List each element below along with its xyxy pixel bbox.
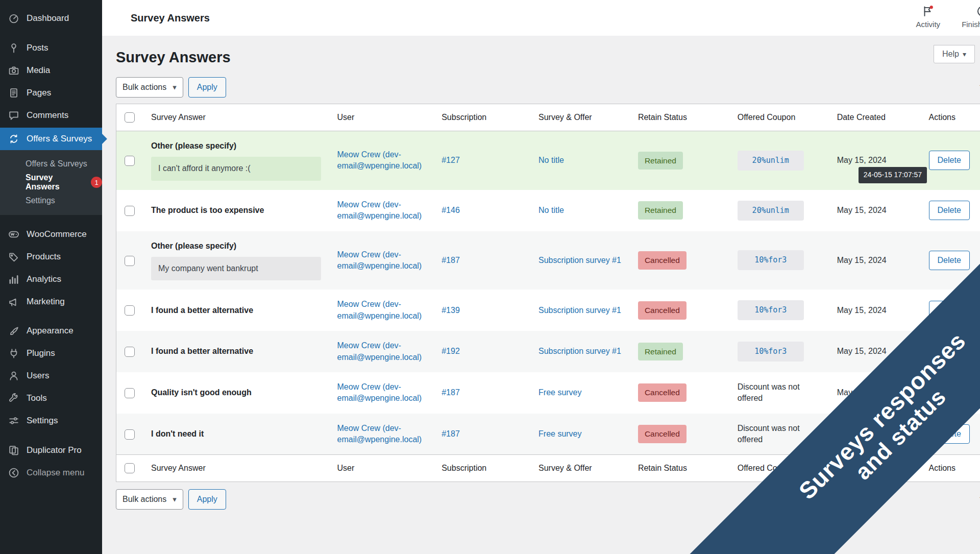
page-title: Survey Answers	[116, 36, 980, 66]
products-icon	[8, 251, 20, 263]
table-row: Other (please specify) My company went b…	[116, 231, 980, 290]
woocommerce-icon	[8, 228, 20, 240]
delete-button[interactable]: Delete	[929, 201, 970, 220]
bulk-actions-select[interactable]: Bulk actions	[116, 77, 183, 98]
subscription-link[interactable]: #187	[442, 388, 460, 397]
subscription-link[interactable]: #187	[442, 256, 460, 264]
media-icon	[8, 64, 20, 77]
sidebar-item-label: Offers & Surveys	[27, 134, 92, 144]
survey-answer-title: I found a better alternative	[151, 346, 321, 357]
retain-status-badge: Cancelled	[638, 383, 687, 402]
sidebar-item-pages[interactable]: Pages	[0, 82, 102, 104]
survey-offer-link[interactable]: Free survey	[538, 429, 581, 438]
subscription-link[interactable]: #192	[442, 347, 460, 355]
sidebar-item-products[interactable]: Products	[0, 246, 102, 268]
finish-setup-button[interactable]: Finish setup	[962, 5, 980, 29]
column-footer-actions: Actions	[921, 455, 980, 482]
row-checkbox[interactable]	[125, 206, 135, 216]
sidebar-item-marketing[interactable]: Marketing	[0, 291, 102, 313]
delete-button[interactable]: Delete	[929, 251, 970, 270]
user-link[interactable]: Meow Crew (dev-email@wpengine.local)	[337, 200, 422, 220]
sidebar-item-label: Tools	[27, 393, 47, 403]
row-checkbox[interactable]	[125, 256, 135, 266]
subscription-link[interactable]: #187	[442, 429, 460, 438]
submenu-item-offers-surveys[interactable]: Offers & Surveys	[0, 155, 102, 173]
help-tab[interactable]: Help	[934, 45, 975, 63]
sidebar-item-label: WooCommerce	[27, 229, 87, 239]
activity-label: Activity	[916, 20, 941, 29]
sidebar-item-duplicator-pro[interactable]: Duplicator Pro	[0, 439, 102, 462]
row-checkbox[interactable]	[125, 347, 135, 357]
user-link[interactable]: Meow Crew (dev-email@wpengine.local)	[337, 424, 422, 444]
bulk-actions-select[interactable]: Bulk actions	[116, 489, 183, 510]
survey-offer-link[interactable]: Free survey	[538, 388, 581, 397]
sidebar-item-offers-surveys[interactable]: Offers & Surveys	[0, 128, 102, 150]
row-checkbox[interactable]	[125, 388, 135, 398]
sidebar-item-comments[interactable]: Comments	[0, 104, 102, 127]
plugin-header-title: Survey Answers	[131, 12, 210, 24]
survey-offer-link[interactable]: Subscription survey #1	[538, 347, 621, 355]
select-all-checkbox[interactable]	[125, 112, 135, 123]
sidebar-item-label: Dashboard	[27, 13, 69, 23]
date-created: May 15, 2024	[837, 256, 887, 264]
apply-button[interactable]: Apply	[188, 77, 226, 98]
analytics-icon	[8, 273, 20, 285]
subscription-link[interactable]: #127	[442, 156, 460, 164]
sidebar-item-label: Pages	[27, 88, 51, 98]
column-footer-survey-offer: Survey & Offer	[530, 455, 630, 482]
sidebar-item-settings[interactable]: Settings	[0, 410, 102, 432]
sidebar-item-label: Analytics	[27, 274, 61, 284]
user-link[interactable]: Meow Crew (dev-email@wpengine.local)	[337, 341, 422, 361]
comments-icon	[8, 109, 20, 122]
sidebar-item-label: Products	[27, 252, 61, 262]
sidebar-item-users[interactable]: Users	[0, 365, 102, 387]
table-row: The product is too expensive Meow Crew (…	[116, 190, 980, 231]
survey-offer-link[interactable]: Subscription survey #1	[538, 256, 621, 264]
bulk-actions-label: Bulk actions	[122, 83, 166, 92]
user-link[interactable]: Meow Crew (dev-email@wpengine.local)	[337, 382, 422, 402]
apply-button[interactable]: Apply	[188, 489, 226, 510]
retain-status-badge: Retained	[638, 152, 683, 170]
column-header-offered-coupon: Offered Coupon	[729, 104, 829, 131]
row-checkbox[interactable]	[125, 305, 135, 316]
user-link[interactable]: Meow Crew (dev-email@wpengine.local)	[337, 300, 422, 320]
submenu-item-label: Offers & Surveys	[26, 159, 87, 168]
column-header-survey-offer: Survey & Offer	[530, 104, 630, 131]
tools-icon	[8, 392, 20, 404]
collapse-menu-button[interactable]: Collapse menu	[0, 462, 102, 484]
sidebar-item-media[interactable]: Media	[0, 59, 102, 82]
users-icon	[8, 370, 20, 382]
select-all-checkbox[interactable]	[125, 463, 135, 473]
sidebar-item-dashboard[interactable]: Dashboard	[0, 7, 102, 30]
activity-button[interactable]: Activity	[916, 5, 941, 29]
submenu-item-settings[interactable]: Settings	[0, 191, 102, 210]
submenu-item-survey-answers[interactable]: Survey Answers 1	[0, 173, 102, 191]
sidebar-item-appearance[interactable]: Appearance	[0, 320, 102, 342]
sidebar-item-tools[interactable]: Tools	[0, 387, 102, 410]
sidebar-item-posts[interactable]: Posts	[0, 37, 102, 59]
subscription-link[interactable]: #139	[442, 306, 460, 315]
sidebar-item-label: Appearance	[27, 326, 74, 336]
survey-offer-link[interactable]: Subscription survey #1	[538, 306, 621, 315]
sidebar-item-woocommerce[interactable]: WooCommerce	[0, 223, 102, 246]
retain-status-badge: Cancelled	[638, 425, 687, 443]
survey-offer-link[interactable]: No title	[538, 156, 564, 164]
row-checkbox[interactable]	[125, 156, 135, 166]
submenu-item-label: Survey Answers	[26, 173, 86, 191]
table-row: I found a better alternative Meow Crew (…	[116, 290, 980, 331]
offered-coupon-code: 10%for3	[738, 250, 804, 270]
settings-icon	[8, 415, 20, 427]
appearance-icon	[8, 325, 20, 337]
date-created: May 15, 2024	[837, 156, 887, 164]
delete-button[interactable]: Delete	[929, 151, 970, 170]
user-link[interactable]: Meow Crew (dev-email@wpengine.local)	[337, 150, 422, 170]
pin-icon	[8, 42, 20, 54]
sidebar-item-analytics[interactable]: Analytics	[0, 268, 102, 291]
survey-offer-link[interactable]: No title	[538, 206, 564, 214]
user-link[interactable]: Meow Crew (dev-email@wpengine.local)	[337, 250, 422, 270]
duplicator-icon	[8, 444, 20, 456]
row-checkbox[interactable]	[125, 429, 135, 440]
subscription-link[interactable]: #146	[442, 206, 460, 214]
sidebar-item-plugins[interactable]: Plugins	[0, 342, 102, 365]
survey-answer-title: Other (please specify)	[151, 140, 321, 152]
